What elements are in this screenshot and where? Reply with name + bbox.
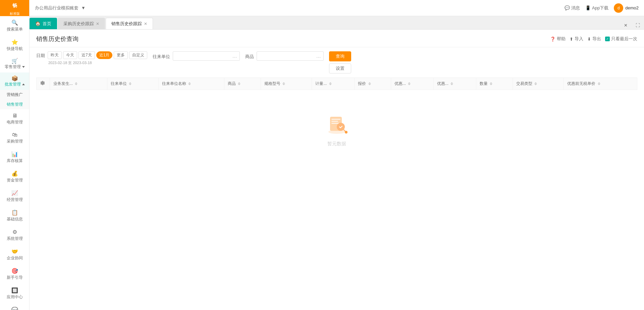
sidebar-item-purchase[interactable]: 🛍 采购管理 bbox=[0, 128, 29, 148]
column-product[interactable]: 商品 bbox=[224, 78, 261, 90]
settings-button[interactable]: 设置 bbox=[329, 63, 351, 73]
export-label: 导出 bbox=[592, 36, 601, 42]
empty-state: 暂元数据 bbox=[36, 90, 637, 167]
column-product-label: 商品 bbox=[228, 81, 236, 86]
column-quantity[interactable]: 数量 bbox=[476, 78, 513, 90]
download-icon: 📱 bbox=[585, 5, 591, 10]
retail-arrow-icon bbox=[22, 66, 25, 68]
svg-rect-5 bbox=[331, 121, 338, 122]
sidebar-item-inventory[interactable]: 📊 库存核算 bbox=[0, 148, 29, 167]
date-btn-yesterday[interactable]: 昨天 bbox=[48, 51, 62, 59]
tab-sales-history[interactable]: 销售历史价跟踪 ✕ bbox=[106, 18, 153, 29]
tab-home[interactable]: 🏠 首页 bbox=[30, 18, 57, 29]
close-tab-btn[interactable]: ✕ bbox=[620, 23, 632, 29]
column-discount1[interactable]: 优惠... bbox=[391, 78, 434, 90]
sidebar-item-finance[interactable]: 💰 资金管理 bbox=[0, 167, 29, 187]
date-btn-last1m[interactable]: 近1月 bbox=[96, 51, 113, 59]
only-last-checkbox: ✓ bbox=[605, 37, 610, 41]
only-last-toggle[interactable]: ✓ 只看最后一次 bbox=[605, 36, 637, 42]
import-icon: ⬆ bbox=[570, 37, 573, 42]
customer-input[interactable]: ... bbox=[173, 51, 240, 61]
sidebar-system-label: 系统管理 bbox=[1, 236, 28, 242]
page-actions: ❓ 帮助 ⬆ 导入 ⬇ 导出 ✓ 只看最后一次 bbox=[550, 36, 637, 42]
breadcrumb: 办公用品行业模拟账套 bbox=[35, 5, 78, 11]
query-button[interactable]: 查询 bbox=[329, 51, 351, 61]
sidebar-basic-info-label: 基础信息 bbox=[1, 216, 28, 222]
app-download-btn[interactable]: 📱 App下载 bbox=[585, 5, 608, 11]
sidebar-enterprise-label: 企业协同 bbox=[1, 255, 28, 261]
column-date[interactable]: 业务发生... bbox=[50, 78, 107, 90]
column-unit-measure[interactable]: 计量... bbox=[312, 78, 355, 90]
import-btn[interactable]: ⬆ 导入 bbox=[570, 36, 583, 42]
column-trade-type[interactable]: 交易类型 bbox=[513, 78, 564, 90]
sidebar: 畅 标准版 🔍 搜索菜单 ⭐ 快捷导航 🛒 零售管理 📦 批发管理 营销推广 销… bbox=[0, 0, 30, 310]
sort-trade-type-icon bbox=[534, 82, 537, 85]
sidebar-item-marketing[interactable]: 营销推广 bbox=[0, 90, 29, 100]
date-btn-more[interactable]: 更多 bbox=[114, 51, 128, 59]
sidebar-item-apps[interactable]: 🔲 应用中心 bbox=[0, 284, 29, 303]
filter-bar: 日期 昨天 今天 近7天 近1月 更多 自定义 2023-02-18 至 202… bbox=[30, 47, 644, 78]
svg-rect-4 bbox=[331, 119, 340, 120]
date-btn-today[interactable]: 今天 bbox=[63, 51, 77, 59]
customer-filter-group: 往来单位 ... bbox=[153, 51, 240, 61]
tab-sales-close-icon[interactable]: ✕ bbox=[144, 21, 147, 26]
tab-sales-label: 销售历史价跟踪 bbox=[111, 21, 142, 27]
sidebar-item-retail[interactable]: 🛒 零售管理 bbox=[0, 55, 29, 72]
sidebar-quick-nav-label: 快捷导航 bbox=[1, 46, 28, 52]
sidebar-item-wechat[interactable]: 💬 企业微信 bbox=[0, 303, 29, 310]
message-btn[interactable]: 💬 消息 bbox=[565, 5, 580, 11]
sidebar-purchase-label: 采购管理 bbox=[1, 139, 28, 144]
app-version-label: 标准版 bbox=[10, 11, 20, 16]
header-right: 💬 消息 📱 App下载 d demo2 bbox=[565, 3, 639, 13]
sidebar-ecommerce-label: 电商管理 bbox=[1, 119, 28, 125]
column-quoted-price[interactable]: 报价 bbox=[355, 78, 391, 90]
sidebar-item-ecommerce[interactable]: 🖥 电商管理 bbox=[0, 109, 29, 128]
chevron-down-icon: ▼ bbox=[81, 5, 86, 10]
date-btn-last7[interactable]: 近7天 bbox=[78, 51, 95, 59]
sidebar-item-quick-nav[interactable]: ⭐ 快捷导航 bbox=[0, 36, 29, 55]
sidebar-item-system[interactable]: ⚙ 系统管理 bbox=[0, 225, 29, 245]
sidebar-item-newcomer[interactable]: 🎯 新手引导 bbox=[0, 264, 29, 284]
filter-btn-group: 查询 设置 bbox=[329, 51, 351, 73]
sidebar-item-basic-info[interactable]: 📋 基础信息 bbox=[0, 206, 29, 225]
maximize-btn[interactable]: ⛶ bbox=[632, 23, 644, 29]
column-spec[interactable]: 规格型号 bbox=[261, 78, 312, 90]
svg-point-8 bbox=[345, 131, 347, 134]
sort-discount1-icon bbox=[408, 82, 411, 85]
svg-text:畅: 畅 bbox=[12, 3, 17, 8]
only-last-label: 只看最后一次 bbox=[611, 36, 637, 42]
tab-purchase-close-icon[interactable]: ✕ bbox=[96, 21, 99, 26]
data-table: 业务发生... 往来单位 往来单位名称 商品 bbox=[36, 78, 637, 90]
column-unit-code[interactable]: 往来单位 bbox=[107, 78, 158, 90]
column-pretax-price[interactable]: 优惠前无税单价 bbox=[564, 78, 637, 90]
sidebar-item-sales-mgmt[interactable]: 销售管理 bbox=[0, 100, 29, 109]
product-dots-icon: ... bbox=[316, 53, 321, 59]
column-discount2[interactable]: 优惠... bbox=[434, 78, 476, 90]
export-btn[interactable]: ⬇ 导出 bbox=[587, 36, 601, 42]
column-gear-icon bbox=[40, 81, 45, 86]
user-menu[interactable]: d demo2 bbox=[614, 3, 639, 13]
column-settings[interactable] bbox=[37, 78, 50, 90]
sidebar-item-wholesale[interactable]: 📦 批发管理 bbox=[0, 72, 29, 90]
page-title-bar: 销售历史价查询 ❓ 帮助 ⬆ 导入 ⬇ 导出 ✓ 只 bbox=[30, 30, 644, 47]
sidebar-item-search[interactable]: 🔍 搜索菜单 bbox=[0, 16, 29, 36]
sidebar-item-operations[interactable]: 📈 经营管理 bbox=[0, 187, 29, 206]
date-filter-group: 日期 昨天 今天 近7天 近1月 更多 自定义 2023-02-18 至 202… bbox=[36, 51, 147, 65]
tab-purchase-history[interactable]: 采购历史价跟踪 ✕ bbox=[58, 18, 105, 29]
sidebar-wholesale-label: 批发管理 bbox=[5, 82, 21, 87]
help-btn[interactable]: ❓ 帮助 bbox=[550, 36, 566, 42]
sidebar-operations-label: 经营管理 bbox=[1, 197, 28, 203]
column-unit-name[interactable]: 往来单位名称 bbox=[158, 78, 224, 90]
help-label: 帮助 bbox=[557, 36, 566, 42]
sidebar-item-enterprise[interactable]: 🤝 企业协同 bbox=[0, 245, 29, 264]
home-icon: 🏠 bbox=[35, 21, 41, 26]
header-dropdown-btn[interactable]: ▼ bbox=[81, 5, 86, 10]
column-quoted-price-label: 报价 bbox=[358, 81, 366, 86]
close-icon: ✕ bbox=[624, 23, 628, 28]
table-wrapper: 业务发生... 往来单位 往来单位名称 商品 bbox=[30, 78, 644, 167]
date-btn-custom[interactable]: 自定义 bbox=[129, 51, 147, 59]
wholesale-arrow-icon bbox=[22, 84, 25, 85]
sidebar-apps-label: 应用中心 bbox=[1, 294, 28, 300]
app-logo[interactable]: 畅 标准版 bbox=[0, 0, 29, 16]
product-input[interactable]: ... bbox=[257, 51, 324, 61]
